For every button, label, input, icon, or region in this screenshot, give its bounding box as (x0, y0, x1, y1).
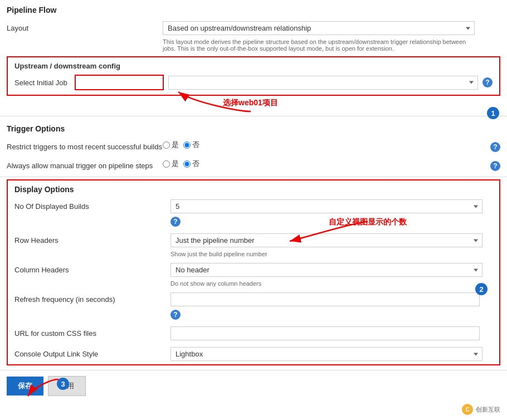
layout-row: Layout Based on upstream/downstream rela… (0, 18, 507, 38)
layout-select[interactable]: Based on upstream/downstream relationshi… (163, 21, 475, 35)
annotation-builds-cn: 自定义视图显示的个数 (329, 217, 407, 227)
layout-control: Based on upstream/downstream relationshi… (163, 21, 500, 35)
restrict-no-label[interactable]: 否 (183, 140, 199, 150)
restrict-yes-radio[interactable] (163, 141, 170, 149)
allow-manual-yes-radio[interactable] (163, 160, 170, 168)
console-output-label: Console Output Link Style (14, 347, 170, 358)
console-output-row: Console Output Link Style Lightbox New W… (8, 344, 499, 364)
refresh-frequency-control: 3 ? (170, 292, 493, 320)
column-headers-select[interactable]: No header (170, 263, 482, 277)
annotation-web01-label: 选择web01项目 (223, 98, 278, 108)
restrict-triggers-label: Restrict triggers to most recent success… (7, 140, 163, 151)
watermark: C 创新互联 (461, 403, 500, 416)
no-of-builds-row: No Of Displayed Builds 5 ? (8, 196, 499, 230)
divider-1 (0, 116, 507, 116)
refresh-frequency-row: Refresh frequency (in seconds) 3 ? (8, 289, 499, 323)
refresh-frequency-input[interactable]: 3 (170, 292, 480, 306)
restrict-triggers-row: Restrict triggers to most recent success… (0, 136, 507, 155)
row-headers-hint: Show just the build pipeline number (8, 251, 499, 260)
layout-label: Layout (7, 21, 163, 32)
divider-2 (0, 177, 507, 177)
row-headers-control: Just the pipeline number (170, 233, 493, 247)
row-headers-select[interactable]: Just the pipeline number (170, 233, 482, 247)
initial-job-select-wrapper (168, 76, 478, 90)
allow-manual-yes-text: 是 (172, 159, 179, 169)
annotation-badge-2: 2 (475, 283, 488, 295)
annotation-web01-container: 选择web01项目 (162, 98, 507, 110)
select-initial-job-label: Select Initial Job (14, 79, 70, 87)
column-headers-row: Column Headers No header (8, 260, 499, 280)
svg-text:C: C (465, 407, 469, 413)
allow-manual-radio-group: 是 否 (163, 159, 199, 169)
initial-job-help-icon[interactable]: ? (482, 77, 493, 87)
allow-manual-row: Always allow manual trigger on pipeline … (0, 155, 507, 174)
layout-select-wrapper: Based on upstream/downstream relationshi… (163, 21, 475, 35)
save-button[interactable]: 保存 (7, 377, 43, 395)
allow-manual-control: 是 否 (163, 159, 486, 169)
no-of-builds-select-wrapper: 5 (170, 199, 482, 213)
restrict-no-radio[interactable] (183, 141, 191, 149)
refresh-frequency-label: Refresh frequency (in seconds) (14, 292, 170, 304)
allow-manual-no-radio[interactable] (183, 160, 191, 168)
upstream-config-row: Select Initial Job web01 ? (14, 75, 493, 90)
annotation-badge-3: 3 (57, 378, 69, 390)
no-of-builds-help-icon[interactable]: ? (170, 217, 181, 227)
refresh-frequency-help-icon[interactable]: ? (170, 310, 181, 320)
restrict-triggers-radio-group: 是 否 (163, 140, 199, 150)
display-options-title: Display Options (8, 180, 499, 196)
page-wrapper: Pipeline Flow Layout Based on upstream/d… (0, 0, 507, 420)
pipeline-flow-title: Pipeline Flow (0, 0, 507, 18)
trigger-options-title: Trigger Options (0, 119, 507, 136)
initial-job-select[interactable] (168, 76, 478, 90)
display-options-box: Display Options No Of Displayed Builds 5… (7, 179, 500, 365)
console-output-control: Lightbox New Window (170, 347, 493, 361)
column-headers-select-wrapper: No header (170, 263, 482, 277)
row-headers-label: Row Headers (14, 233, 170, 245)
no-of-builds-label: No Of Displayed Builds (14, 199, 170, 211)
allow-manual-no-text: 否 (192, 159, 199, 169)
column-headers-control: No header (170, 263, 493, 277)
upstream-config-title: Upstream / downstream config (14, 62, 493, 70)
column-headers-hint: Do not show any column headers (8, 280, 499, 289)
row-headers-row: Row Headers Just the pipeline number (8, 230, 499, 251)
console-output-select[interactable]: Lightbox New Window (170, 347, 482, 361)
restrict-no-text: 否 (192, 140, 199, 150)
restrict-yes-label[interactable]: 是 (163, 140, 179, 150)
url-css-label: URL for custom CSS files (14, 326, 170, 338)
upstream-config-box: Upstream / downstream config Select Init… (7, 56, 500, 96)
restrict-triggers-control: 是 否 (163, 140, 486, 150)
restrict-yes-text: 是 (172, 140, 179, 150)
footer-bar: 保存 应用 (0, 370, 507, 402)
allow-manual-no-label[interactable]: 否 (183, 159, 199, 169)
allow-manual-help-icon[interactable]: ? (490, 161, 500, 171)
url-css-control (170, 326, 493, 340)
no-of-builds-select[interactable]: 5 (170, 199, 482, 213)
select-initial-job-input[interactable]: web01 (75, 75, 164, 90)
url-css-row: URL for custom CSS files (8, 323, 499, 344)
layout-hint: This layout mode derives the pipeline st… (0, 38, 507, 54)
row-headers-select-wrapper: Just the pipeline number (170, 233, 482, 247)
console-output-select-wrapper: Lightbox New Window (170, 347, 482, 361)
watermark-logo-icon: C (461, 403, 474, 416)
column-headers-label: Column Headers (14, 263, 170, 274)
allow-manual-label: Always allow manual trigger on pipeline … (7, 159, 163, 170)
restrict-triggers-help-icon[interactable]: ? (490, 142, 500, 152)
watermark-text: 创新互联 (476, 406, 500, 414)
allow-manual-yes-label[interactable]: 是 (163, 159, 179, 169)
annotation-badge-1: 1 (487, 107, 499, 119)
url-css-input[interactable] (170, 326, 480, 340)
